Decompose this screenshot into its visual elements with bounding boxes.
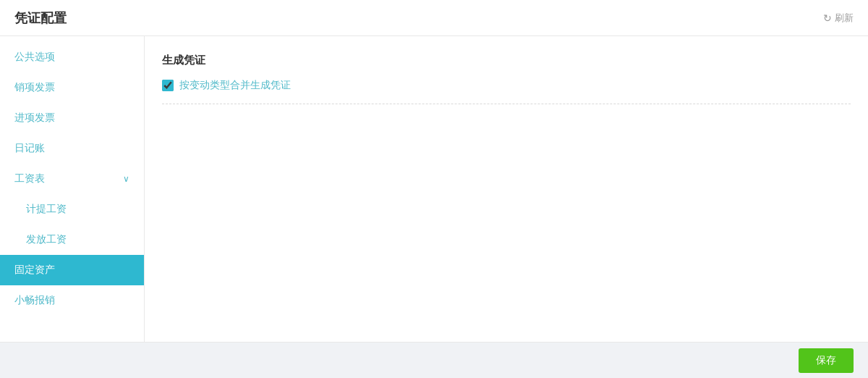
refresh-icon: ↻ (823, 12, 832, 24)
sidebar-item-pay-salary[interactable]: 发放工资 (0, 224, 144, 255)
sidebar-label-fixed-assets: 固定资产 (14, 264, 55, 277)
merge-checkbox-label[interactable]: 按变动类型合并生成凭证 (179, 79, 291, 92)
refresh-button[interactable]: ↻ 刷新 (823, 12, 854, 25)
sidebar-item-sales-invoice[interactable]: 销项发票 (0, 72, 144, 103)
footer: 保存 (0, 342, 868, 378)
sidebar-label-sales-invoice: 销项发票 (14, 81, 55, 94)
sidebar-item-expense[interactable]: 小畅报销 (0, 285, 144, 316)
section-title: 生成凭证 (162, 54, 851, 67)
page-container: 凭证配置 ↻ 刷新 公共选项 销项发票 进项发票 日记账 工资表 ∨ (0, 0, 868, 378)
sidebar-item-public[interactable]: 公共选项 (0, 42, 144, 72)
chevron-down-icon: ∨ (123, 174, 129, 184)
sidebar-label-pay-salary: 发放工资 (26, 233, 67, 246)
checkbox-row: 按变动类型合并生成凭证 (162, 79, 851, 92)
sidebar-label-journal: 日记账 (14, 142, 45, 155)
sidebar-item-payroll[interactable]: 工资表 ∨ (0, 164, 144, 194)
save-button[interactable]: 保存 (799, 348, 854, 373)
sidebar-label-expense: 小畅报销 (14, 294, 55, 307)
sidebar-label-purchase-invoice: 进项发票 (14, 112, 55, 125)
refresh-label: 刷新 (835, 12, 854, 25)
sidebar-item-journal[interactable]: 日记账 (0, 133, 144, 164)
header: 凭证配置 ↻ 刷新 (0, 0, 868, 36)
main-content: 公共选项 销项发票 进项发票 日记账 工资表 ∨ 计提工资 发放工资 固定资 (0, 36, 868, 342)
sidebar-label-public: 公共选项 (14, 51, 55, 64)
section-divider (162, 104, 851, 104)
sidebar-label-payroll: 工资表 (14, 172, 45, 185)
sidebar-item-calc-salary[interactable]: 计提工资 (0, 194, 144, 224)
page-title: 凭证配置 (14, 9, 67, 27)
sidebar-item-fixed-assets[interactable]: 固定资产 (0, 255, 144, 285)
sidebar-label-calc-salary: 计提工资 (26, 203, 67, 216)
sidebar: 公共选项 销项发票 进项发票 日记账 工资表 ∨ 计提工资 发放工资 固定资 (0, 36, 145, 342)
merge-checkbox[interactable] (162, 80, 174, 91)
sidebar-item-purchase-invoice[interactable]: 进项发票 (0, 103, 144, 133)
content-area: 生成凭证 按变动类型合并生成凭证 (145, 36, 868, 342)
